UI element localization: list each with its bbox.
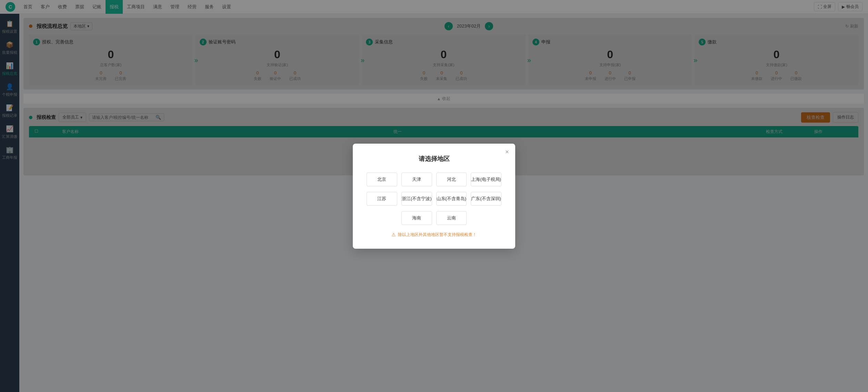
region-tianjin[interactable]: 天津 xyxy=(401,173,432,186)
region-row-3: 海南 云南 xyxy=(367,211,501,225)
warning-icon: ⚠ xyxy=(391,232,396,237)
warning-tip: ⚠ 除以上地区外其他地区暂不支持报税检查！ xyxy=(367,232,501,238)
region-guangdong[interactable]: 广东(不含深圳) xyxy=(471,192,501,206)
region-jiangsu[interactable]: 江苏 xyxy=(367,192,397,206)
region-hainan[interactable]: 海南 xyxy=(401,211,432,225)
region-yunnan[interactable]: 云南 xyxy=(436,211,467,225)
region-shandong[interactable]: 山东(不含青岛) xyxy=(436,192,467,206)
region-hebei[interactable]: 河北 xyxy=(436,173,467,186)
modal-close-button[interactable]: × xyxy=(505,148,509,156)
region-beijing[interactable]: 北京 xyxy=(367,173,397,186)
region-row-2: 江苏 浙江(不含宁波) 山东(不含青岛) 广东(不含深圳) xyxy=(367,192,501,206)
region-zhejiang[interactable]: 浙江(不含宁波) xyxy=(401,192,432,206)
modal-overlay: × 请选择地区 北京 天津 河北 上海(电子税局) 江苏 浙江(不含宁波) 山东… xyxy=(0,0,868,392)
region-row-1: 北京 天津 河北 上海(电子税局) xyxy=(367,173,501,186)
modal-title: 请选择地区 xyxy=(367,155,501,163)
region-modal: × 请选择地区 北京 天津 河北 上海(电子税局) 江苏 浙江(不含宁波) 山东… xyxy=(353,144,515,249)
region-shanghai[interactable]: 上海(电子税局) xyxy=(471,173,501,186)
